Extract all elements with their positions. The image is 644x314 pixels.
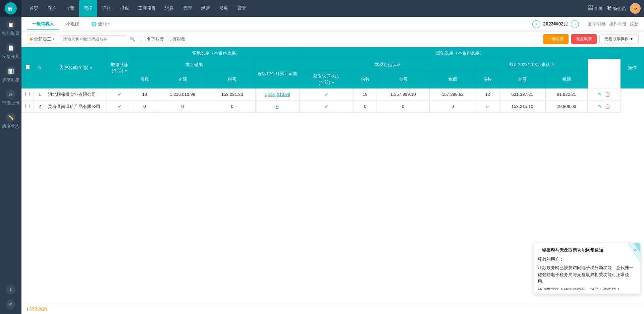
tab-all[interactable]: 🌐 全能 ▾: [86, 18, 115, 30]
notification-content: 江苏政务网已恢复访问电子税务局功能，意代账一键登陆电子税务局与无盘取票相关功能可…: [538, 264, 636, 285]
sidebar-item-invoice-open[interactable]: 📄 发票开具: [0, 40, 21, 63]
tax-policy-link[interactable]: ℹ 税务政策: [27, 306, 47, 312]
nav-settings[interactable]: 设置: [233, 0, 251, 17]
table-row: 1 河北柯橡橡实业有限公司 ✓ 18 1,216,013.99 158,081.…: [22, 88, 644, 101]
invoice-summary-icon: 📊: [6, 66, 15, 76]
action-bar-right: 一键取票 无盘取票 无盘取票操作 ▼: [543, 34, 639, 44]
select-all-checkbox[interactable]: [25, 65, 30, 69]
sidebar-item-label: 智能取票: [2, 30, 19, 37]
scan-upload-icon: 🖨: [6, 89, 15, 99]
row2-purchase-check-icon: ✓: [324, 104, 329, 109]
nav-clients[interactable]: 客户: [43, 0, 61, 17]
row2-view-icon[interactable]: 📋: [605, 104, 610, 109]
row2-purchase-amount: 0: [377, 101, 429, 113]
sidebar-bottom: ⬇ ⚙: [0, 284, 21, 314]
customer-filter-icon: ▼: [90, 66, 93, 70]
user-avatar[interactable]: 🐱: [630, 3, 641, 14]
data-entry-icon: ✏️: [6, 113, 15, 122]
nav-management[interactable]: 管理: [178, 0, 197, 17]
search-button[interactable]: 🔍: [127, 35, 138, 43]
nav-invoices[interactable]: 票据: [79, 0, 97, 17]
th-ops: 操作: [621, 47, 644, 88]
row1-no: 1: [34, 88, 46, 101]
sidebar-item-scan-upload[interactable]: 🖨 扫描上传: [0, 86, 21, 109]
taxdisk-checkbox-label[interactable]: 有税盘: [167, 36, 185, 42]
row2-purchase-count: 0: [354, 101, 377, 113]
employee-filter[interactable]: 全部员工 ▾: [27, 35, 57, 44]
row1-purchase-check-icon: ✓: [324, 91, 329, 97]
nav-services[interactable]: 服务: [215, 0, 233, 17]
row2-checkbox[interactable]: [22, 101, 34, 113]
search-container: 🔍: [60, 35, 138, 43]
th-checkbox: [22, 47, 34, 88]
th-sales-amount: 金额: [156, 71, 209, 88]
nav-home[interactable]: 首页: [25, 0, 43, 17]
sidebar-item-data-entry[interactable]: ✏️ 票据录入: [0, 109, 21, 132]
nav-tax[interactable]: 报税: [115, 0, 133, 17]
no-disk-fetch-btn[interactable]: 无盘取票: [571, 34, 597, 44]
search-input[interactable]: [60, 35, 127, 43]
th-fetch-status[interactable]: 取票状态 (全部) ▼: [106, 47, 133, 88]
th-purchase-unrecognized-group: 截止2023年03月未认证: [476, 59, 588, 71]
row1-customer: 河北柯橡橡实业有限公司: [46, 88, 106, 101]
th-purchase-header: 进项发票（不含作废票）: [300, 47, 621, 59]
row1-checkbox[interactable]: [22, 88, 34, 101]
row1-status-check-icon: ✓: [117, 91, 122, 97]
nav-business[interactable]: 工商项目: [133, 0, 160, 17]
row1-purchase-status: ✓: [300, 88, 354, 101]
th-sales-tax: 税额: [209, 71, 255, 88]
sidebar-item-label: 票据汇总: [2, 77, 19, 83]
nav-operations[interactable]: 经营: [197, 0, 215, 17]
smart-fetch-icon: 📋: [6, 20, 15, 29]
row1-purchase-tax: 157,399.62: [430, 88, 476, 101]
member-btn[interactable]: ▶ 畅会员: [607, 5, 626, 12]
prev-month-btn[interactable]: ‹: [532, 20, 540, 28]
table-row: 2 灵寿县尚泽矿产品有限公司 ✓ 0 0 0 0 ✓ 0 0: [22, 101, 644, 113]
notification-close-btn[interactable]: ×: [634, 246, 637, 254]
manual-link[interactable]: 操作手册: [609, 21, 627, 26]
row1-unrec-count: 12: [476, 88, 499, 101]
row1-purchase-amount: 1,357,999.10: [377, 88, 429, 101]
th-unrec-tax: 税额: [545, 71, 587, 88]
row1-cumulative[interactable]: 1,216,013.99: [255, 88, 299, 101]
row1-fetch-status: ✓: [106, 88, 133, 101]
nav-messages[interactable]: 消息: [160, 0, 178, 17]
row2-edit-icon[interactable]: ✎: [598, 104, 602, 109]
svg-rect-5: [591, 8, 593, 10]
fullscreen-btn[interactable]: 全屏: [588, 5, 603, 12]
sidebar-item-settings-bottom[interactable]: ⚙: [0, 299, 21, 311]
sidebar-item-invoice-summary[interactable]: 📊 票据汇总: [0, 63, 21, 86]
row1-sales-tax: 158,081.83: [209, 88, 255, 101]
taxdisk-checkbox[interactable]: [167, 37, 171, 41]
svg-rect-3: [591, 6, 593, 7]
filter-chevron-icon: ▾: [53, 37, 54, 41]
fetch-status-filter-icon: ▼: [124, 69, 127, 73]
th-customer-name[interactable]: 客户名称(全部) ▼: [46, 47, 106, 88]
th-purchase-tax: 税额: [430, 71, 476, 88]
col-settings-icon[interactable]: ⚙: [38, 65, 42, 70]
account-checkbox-label[interactable]: 名下账套: [141, 36, 164, 42]
new-guide-link[interactable]: 新手引导: [588, 21, 606, 26]
th-purchase-amount: 金额: [377, 71, 429, 88]
sidebar-item-download[interactable]: ⬇: [0, 284, 21, 296]
nav-bookkeeping[interactable]: 记账: [97, 0, 115, 17]
sidebar-item-label: 发票开具: [2, 54, 19, 60]
info-icon: ℹ: [27, 307, 29, 312]
one-click-fetch-btn[interactable]: 一键取票: [543, 34, 569, 44]
row2-sales-tax: 0: [209, 101, 255, 113]
nav-billing[interactable]: 收费: [61, 0, 79, 17]
row2-cumulative[interactable]: 0: [255, 101, 299, 113]
refresh-btn[interactable]: 刷新: [630, 21, 639, 26]
tab-small-scale[interactable]: 小规模: [61, 18, 85, 30]
th-purchase-status[interactable]: 获取认证状态(全部) ▼: [300, 71, 354, 88]
purchase-status-filter-icon: ▼: [331, 81, 334, 84]
globe-icon: 🌐: [91, 21, 97, 26]
row1-view-icon[interactable]: 📋: [605, 92, 610, 97]
tab-general-taxpayer[interactable]: 一般纳税人: [27, 18, 59, 30]
sidebar-item-smart-fetch[interactable]: 📋 智能取票: [0, 17, 21, 40]
no-disk-ops-btn[interactable]: 无盘取票操作 ▼: [599, 34, 639, 44]
row2-sales-amount: 0: [156, 101, 209, 113]
next-month-btn[interactable]: ›: [571, 20, 579, 28]
row1-edit-icon[interactable]: ✎: [598, 92, 602, 97]
account-checkbox[interactable]: [141, 37, 145, 41]
